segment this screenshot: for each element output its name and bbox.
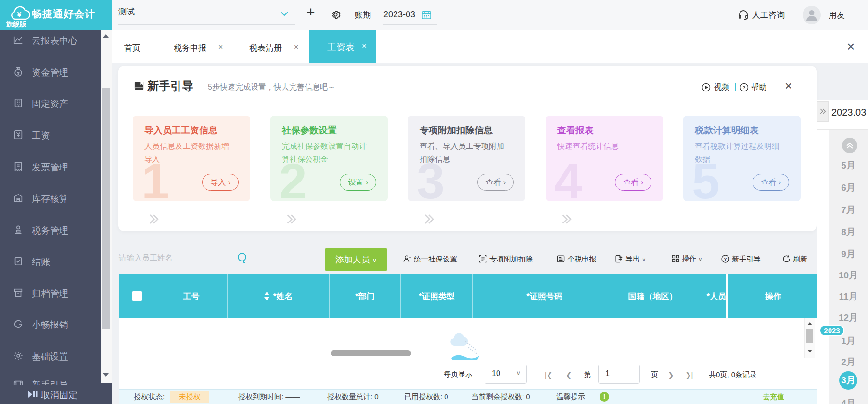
refresh-button[interactable]: 刷新 — [782, 254, 807, 264]
vscrollbar-thumb[interactable] — [806, 329, 813, 343]
select-all-checkbox[interactable] — [132, 291, 142, 301]
scrollbar-thumb[interactable] — [102, 88, 110, 329]
month-item[interactable]: 5月 — [829, 159, 868, 172]
select-all-column[interactable] — [119, 274, 155, 318]
company-select[interactable]: 测试 — [118, 6, 135, 17]
month-item[interactable]: 12月 — [829, 312, 868, 324]
unpin-sidebar-button[interactable]: 取消固定 — [0, 385, 112, 404]
tab-tax-list-close-icon[interactable]: × — [294, 43, 298, 52]
search-icon[interactable] — [237, 252, 248, 264]
guide-step-tax-detail: 5 税款计算明细表 查看税款计算过程及明细数据 查看 › — [683, 116, 801, 201]
headset-icon[interactable] — [738, 9, 749, 21]
avatar[interactable] — [803, 6, 821, 24]
sidebar-item-expense[interactable]: 小畅报销 — [0, 313, 101, 335]
sidebar-item-funds[interactable]: 资金管理 — [0, 61, 101, 83]
collapse-calendar-button[interactable] — [817, 101, 829, 122]
month-item[interactable]: 4月 — [829, 397, 868, 404]
status-footer: 授权状态: 未授权 授权到期时间: —— 授权数量总计: 0 已用授权数: 0 … — [119, 389, 817, 404]
guide-toolbar-link[interactable]: ? 新手引导 — [721, 254, 761, 264]
month-item[interactable]: 7月 — [829, 204, 868, 216]
column-name[interactable]: *姓名 — [228, 274, 330, 318]
tab-tax-filing[interactable]: 税务申报 — [174, 42, 206, 53]
help-question-icon[interactable]: ? — [740, 83, 749, 92]
column-personnel: *人员 — [689, 274, 728, 318]
tab-home[interactable]: 首页 — [124, 42, 140, 53]
import-button[interactable]: 导入 › — [202, 174, 239, 191]
scroll-up-arrow[interactable] — [807, 322, 812, 325]
sidebar-item-inventory[interactable]: 库存核算 — [0, 187, 101, 209]
tax-declaration[interactable]: 个税申报 — [556, 254, 596, 264]
month-item[interactable]: 10月 — [829, 269, 868, 282]
tab-tax-list[interactable]: 税表清册 — [249, 42, 282, 53]
info-icon[interactable]: ! — [600, 392, 609, 402]
page-prefix: 第 — [584, 370, 591, 379]
gear-icon — [13, 351, 24, 361]
social-insurance-setting[interactable]: 统一社保设置 — [403, 254, 457, 264]
sidebar: ¥ 畅捷通好会计 旗舰版 云报表中心 资金管理 固定资产 工资 发票管理 库存核… — [0, 0, 112, 404]
actions-menu[interactable]: 操作 ∨ — [671, 254, 702, 263]
calendar-icon[interactable] — [421, 9, 432, 20]
month-item[interactable]: 8月 — [829, 226, 868, 238]
setup-button[interactable]: 设置 › — [340, 174, 376, 191]
auth-used: 已用授权数: 0 — [404, 392, 448, 402]
page-input[interactable]: 1 — [598, 365, 640, 384]
scroll-up-arrow[interactable] — [103, 34, 109, 38]
month-item[interactable]: 1月 — [829, 335, 868, 347]
period-value[interactable]: 2023-03 — [383, 10, 415, 20]
export-menu[interactable]: 导出 ∨ — [614, 254, 646, 264]
view-reports-button[interactable]: 查看 › — [615, 174, 651, 191]
horizontal-scrollbar-thumb[interactable] — [331, 350, 411, 356]
sidebar-item-closing[interactable]: 结账 — [0, 250, 101, 272]
current-month-badge[interactable]: 3月 — [839, 371, 857, 390]
period-label: 账期 — [355, 10, 371, 21]
close-all-icon[interactable]: × — [847, 39, 855, 54]
add-account-button[interactable]: + — [306, 4, 315, 20]
sidebar-item-cloud-reports[interactable]: 云报表中心 — [0, 29, 101, 51]
search-input[interactable]: 请输入员工姓名 — [119, 253, 173, 263]
sidebar-item-settings[interactable]: 基础设置 — [0, 345, 101, 367]
chevron-down-icon[interactable] — [280, 11, 289, 17]
support-link[interactable]: 人工咨询 — [752, 10, 785, 21]
guide-close-icon[interactable]: × — [785, 78, 792, 93]
per-page-label: 每页显示 — [444, 370, 472, 379]
video-link[interactable]: 视频 — [714, 82, 729, 92]
month-item[interactable]: 2月 — [829, 356, 868, 368]
vertical-scrollbar[interactable] — [804, 318, 815, 358]
year-badge: 2023 — [819, 325, 844, 336]
sidebar-item-tax[interactable]: 税务管理 — [0, 219, 101, 241]
month-item[interactable]: 11月 — [829, 290, 868, 303]
scroll-down-arrow[interactable] — [103, 373, 109, 377]
add-employee-button[interactable]: 添加人员 ∨ — [325, 248, 387, 271]
sidebar-item-salary[interactable]: 工资 — [0, 124, 101, 146]
view-deduction-button[interactable]: 查看 › — [477, 174, 514, 191]
last-page-icon[interactable]: ❯| — [685, 371, 693, 379]
scroll-down-arrow[interactable] — [807, 350, 812, 352]
expand-step2-icon[interactable] — [283, 212, 298, 226]
tab-tax-filing-close-icon[interactable]: × — [218, 43, 223, 52]
play-video-icon[interactable] — [702, 83, 711, 92]
view-tax-button[interactable]: 查看 › — [753, 174, 789, 191]
help-link[interactable]: 帮助 — [751, 82, 766, 92]
expand-step4-icon[interactable] — [559, 212, 573, 226]
per-page-select[interactable]: 10 ∨ — [485, 365, 527, 384]
first-page-icon[interactable]: |❮ — [545, 371, 552, 379]
recharge-link[interactable]: 去充值 — [763, 392, 784, 402]
calendar-period: 2023.03 — [831, 107, 866, 118]
scroll-months-up-button[interactable] — [842, 138, 857, 153]
special-deduction[interactable]: 专项附加扣除 — [478, 254, 533, 264]
expand-step3-icon[interactable] — [421, 212, 435, 226]
tab-salary-active[interactable]: 工资表 × — [309, 30, 376, 63]
month-item[interactable]: 6月 — [829, 182, 868, 194]
prev-page-icon[interactable]: ❮ — [566, 371, 572, 379]
month-item[interactable]: 9月 — [829, 248, 868, 261]
next-page-icon[interactable]: ❯ — [668, 371, 674, 379]
sidebar-scrollbar[interactable] — [101, 30, 112, 383]
sidebar-item-fixed-assets[interactable]: 固定资产 — [0, 92, 101, 114]
tab-salary-close-icon[interactable]: × — [362, 41, 367, 51]
sort-icon[interactable] — [264, 292, 269, 300]
settings-gear-icon[interactable] — [330, 9, 342, 21]
sidebar-item-archive[interactable]: 归档管理 — [0, 282, 101, 304]
expand-step1-icon[interactable] — [146, 212, 160, 226]
sidebar-item-invoices[interactable]: 发票管理 — [0, 156, 101, 178]
user-name[interactable]: 用友 — [829, 10, 845, 21]
